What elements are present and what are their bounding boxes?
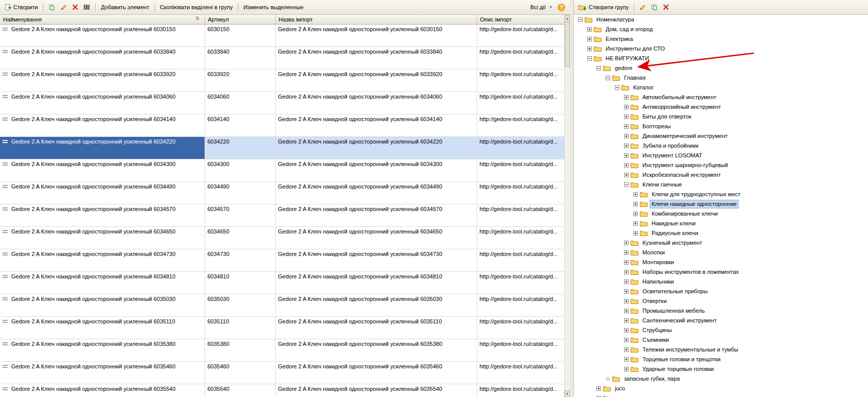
tree-item-label[interactable]: Накидные ключи	[650, 219, 698, 228]
cell-name[interactable]: Gedore 2 A Ключ накидной односторонний у…	[0, 361, 205, 384]
tree-item-label[interactable]: Номенклатура	[594, 15, 636, 24]
expand-icon[interactable]	[624, 250, 629, 255]
table-row[interactable]: Gedore 2 A Ключ накидной односторонний у…	[0, 226, 564, 249]
barcode-button[interactable]	[81, 3, 92, 12]
cell-article[interactable]: 6035460	[205, 361, 275, 384]
copy-selected-to-group-button[interactable]: Скопіювати виділені в групу	[158, 3, 235, 12]
expand-icon[interactable]	[633, 212, 638, 216]
cell-import-name[interactable]: Gedore 2 A Ключ накидной односторонний у…	[275, 114, 477, 136]
expand-icon[interactable]	[587, 37, 592, 41]
tree-item[interactable]: Каталог	[574, 83, 868, 92]
cell-import-name[interactable]: Gedore 2 A Ключ накидной односторонний у…	[275, 46, 477, 69]
table-row[interactable]: Gedore 2 A Ключ накидной односторонний у…	[0, 339, 564, 361]
cell-import-desc[interactable]: http://gedore-tool.ru/catalog/d...	[477, 46, 564, 69]
expand-icon[interactable]	[633, 231, 638, 236]
expand-icon[interactable]	[624, 95, 629, 100]
create-button[interactable]: Створити	[3, 3, 40, 12]
tree-item-label[interactable]: Отвертки	[640, 297, 669, 306]
node-dot-icon[interactable]	[606, 377, 610, 381]
tree-item-label[interactable]: gedore	[613, 64, 634, 73]
expand-icon[interactable]	[624, 134, 629, 138]
tree-item[interactable]: Динамометрический инструмент	[574, 131, 868, 141]
cell-import-name[interactable]: Gedore 2 A Ключ накидной односторонний у…	[275, 294, 477, 316]
cell-name[interactable]: Gedore 2 A Ключ накидной односторонний у…	[0, 114, 205, 136]
cell-article[interactable]: 6034220	[205, 136, 275, 159]
expand-icon[interactable]	[596, 386, 601, 391]
tree-item-label[interactable]: Комбинированные ключи	[650, 209, 720, 218]
table-row[interactable]: Gedore 2 A Ключ накидной односторонний у…	[0, 69, 564, 91]
tree-item[interactable]: Напильники	[574, 277, 868, 287]
column-header-import-desc[interactable]: Опис імпорт	[477, 15, 564, 24]
tree-item[interactable]: Искробезопасный инструмент	[574, 170, 868, 180]
collapse-icon[interactable]	[596, 66, 601, 71]
tree-item[interactable]: Антикоррозийный инструмент	[574, 102, 868, 112]
tree-item[interactable]: Инструменты для СТО	[574, 44, 868, 54]
edit-group-button[interactable]	[637, 3, 648, 12]
expand-icon[interactable]	[624, 338, 629, 342]
cell-article[interactable]: 6035380	[205, 339, 275, 361]
tree-item[interactable]: Номенклатура	[574, 15, 868, 25]
cell-import-name[interactable]: Gedore 2 A Ключ накидной односторонний у…	[275, 361, 477, 384]
table-row[interactable]: Gedore 2 A Ключ накидной односторонний у…	[0, 249, 564, 271]
cell-article[interactable]: 6034570	[205, 204, 275, 226]
copy-group-button[interactable]	[649, 3, 660, 12]
expand-icon[interactable]	[624, 367, 629, 371]
cell-import-name[interactable]: Gedore 2 A Ключ накидной односторонний у…	[275, 136, 477, 159]
tree-item[interactable]: Накидные ключи	[574, 219, 868, 228]
cell-import-name[interactable]: Gedore 2 A Ключ накидной односторонний у…	[275, 316, 477, 339]
cell-import-name[interactable]: Gedore 2 A Ключ накидной односторонний у…	[275, 159, 477, 181]
tree-item[interactable]: Съемники	[574, 335, 868, 345]
tree-item[interactable]: Промышленная мебель	[574, 306, 868, 316]
tree-item[interactable]	[574, 393, 868, 397]
tree-item-label[interactable]: juco	[613, 384, 627, 393]
tree-item[interactable]: НЕ ВИГРУЖАТИ	[574, 54, 868, 63]
expand-icon[interactable]	[633, 202, 638, 206]
cell-article[interactable]: 6035110	[205, 316, 275, 339]
tree-item[interactable]: Ключи для труднодоступных мест	[574, 190, 868, 199]
cell-name[interactable]: Gedore 2 A Ключ накидной односторонний у…	[0, 204, 205, 226]
cell-article[interactable]: 6034140	[205, 114, 275, 136]
cell-name[interactable]: Gedore 2 A Ключ накидной односторонний у…	[0, 339, 205, 361]
cell-article[interactable]: 6034810	[205, 271, 275, 294]
column-header-article[interactable]: Артикул	[205, 15, 275, 24]
tree-item-label[interactable]: Ключи для труднодоступных мест	[650, 190, 743, 199]
tree-item-label[interactable]: Главная	[622, 74, 648, 82]
tree-item-label[interactable]: Струбцины	[640, 326, 674, 335]
expand-icon[interactable]	[587, 27, 592, 32]
expand-icon[interactable]	[624, 105, 629, 109]
expand-icon[interactable]	[624, 318, 629, 323]
table-row[interactable]: Gedore 2 A Ключ накидной односторонний у…	[0, 159, 564, 181]
tree-item-label[interactable]: Съемники	[640, 336, 671, 344]
tree-item[interactable]: Ключи гаечные	[574, 180, 868, 190]
tree-item-label[interactable]: Радиусные ключи	[650, 229, 700, 238]
table-row[interactable]: Gedore 2 A Ключ накидной односторонний у…	[0, 24, 564, 46]
cell-name[interactable]: Gedore 2 A Ключ накидной односторонний у…	[0, 226, 205, 249]
cell-import-desc[interactable]: http://gedore-tool.ru/catalog/d...	[477, 384, 564, 397]
cell-article[interactable]: 6033840	[205, 46, 275, 69]
tree-item[interactable]: Болторезы	[574, 122, 868, 131]
cell-article[interactable]: 6034490	[205, 181, 275, 204]
table-row[interactable]: Gedore 2 A Ключ накидной односторонний у…	[0, 91, 564, 114]
help-button[interactable]: ?	[555, 2, 567, 13]
tree-item[interactable]: Отвертки	[574, 296, 868, 306]
cell-article[interactable]: 6035030	[205, 294, 275, 316]
cell-name[interactable]: Gedore 2 A Ключ накидной односторонний у…	[0, 249, 205, 271]
expand-icon[interactable]	[624, 357, 629, 362]
cell-name[interactable]: Gedore 2 A Ключ накидной односторонний у…	[0, 384, 205, 397]
tree-item[interactable]: Ударные торцевые головки	[574, 364, 868, 374]
tree-item[interactable]: Тележки инструментальные и тумбы	[574, 345, 868, 355]
cell-import-desc[interactable]: http://gedore-tool.ru/catalog/d...	[477, 24, 564, 46]
table-row[interactable]: Gedore 2 A Ключ накидной односторонний у…	[0, 294, 564, 316]
cell-article[interactable]: 6033920	[205, 69, 275, 91]
expand-icon[interactable]	[624, 124, 629, 129]
column-header-name[interactable]: Найменування ⇅	[0, 15, 205, 24]
table-row[interactable]: Gedore 2 A Ключ накидной односторонний у…	[0, 316, 564, 339]
cell-article[interactable]: 6034730	[205, 249, 275, 271]
table-row[interactable]: Gedore 2 A Ключ накидной односторонний у…	[0, 136, 564, 159]
expand-icon[interactable]	[624, 289, 629, 294]
cell-article[interactable]: 6030150	[205, 24, 275, 46]
expand-icon[interactable]	[624, 153, 629, 158]
tree-item[interactable]: Инструмент шарнирно-губцевый	[574, 160, 868, 170]
cell-import-name[interactable]: Gedore 2 A Ключ накидной односторонний у…	[275, 69, 477, 91]
all-actions-button[interactable]: Всі дії ▼	[528, 3, 554, 12]
